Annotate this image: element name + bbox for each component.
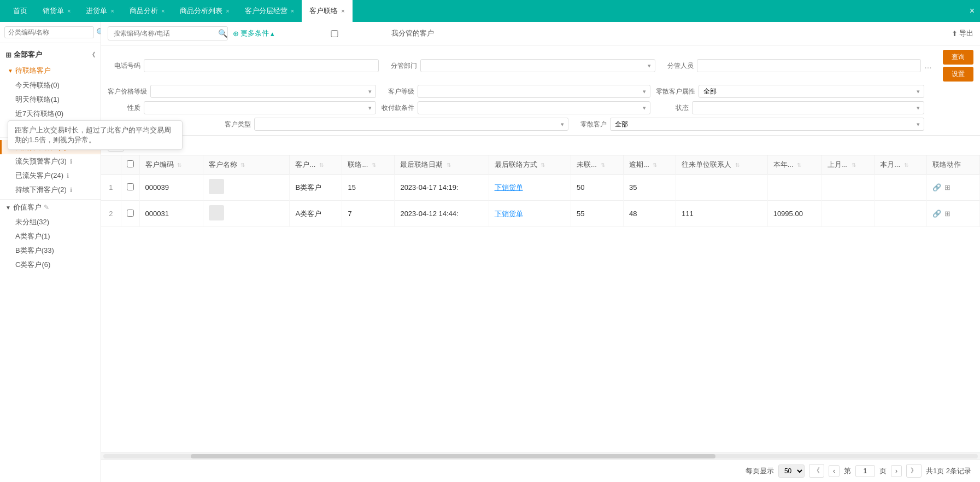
col-this-year[interactable]: 本年... ⇅ (767, 155, 822, 175)
sidebar-search-input[interactable] (4, 26, 94, 38)
col-code[interactable]: 客户编码 ⇅ (139, 155, 203, 175)
close-sales-tab[interactable]: × (67, 8, 71, 14)
search-button[interactable]: 🔍 (218, 29, 227, 38)
retail-attr-select[interactable]: 全部 (699, 85, 924, 98)
col-last-date[interactable]: 最后联络日期 ⇅ (395, 155, 489, 175)
first-page-button[interactable]: 《 (809, 464, 824, 478)
prev-page-button[interactable]: ‹ (829, 465, 840, 477)
sidebar-contact-group-header[interactable]: ▼ 待联络客户 (0, 63, 101, 78)
sidebar-item-today[interactable]: 今天待联络(0) (0, 78, 101, 92)
row-1-link-icon[interactable]: 🔗 (932, 183, 941, 191)
col-name[interactable]: 客户名称 ⇅ (203, 155, 290, 175)
price-grade-select[interactable] (150, 85, 376, 98)
row-1-avatar (209, 179, 224, 194)
retail-customer-select[interactable]: 全部 (610, 118, 924, 131)
table-row: 1 000039 B类客户 15 2023-04-17 14:19: (101, 175, 980, 201)
row-1-check[interactable] (127, 183, 134, 190)
sidebar-item-class-b[interactable]: B类客户(33) (0, 243, 101, 258)
close-all-tabs[interactable]: × (970, 6, 975, 16)
page-size-select[interactable]: 50 (778, 464, 805, 478)
status-select[interactable] (692, 101, 924, 114)
sidebar-item-churned[interactable]: 已流失客户(24) ℹ (0, 169, 101, 183)
my-customer-checkbox-label[interactable]: 我分管的客户 (280, 28, 434, 38)
col-contact[interactable]: 联络... ⇅ (342, 155, 395, 175)
row-1-checkbox[interactable] (121, 175, 139, 201)
row-2-last-method[interactable]: 下销货单 (489, 201, 571, 227)
export-button[interactable]: ⬆ 导出 (952, 28, 973, 38)
select-all-checkbox[interactable] (127, 160, 134, 167)
customer-grade-select[interactable] (418, 85, 650, 98)
row-1-grid-icon[interactable]: ⊞ (944, 183, 950, 191)
row-1-last-method-link[interactable]: 下销货单 (495, 183, 523, 191)
scrollbar-track[interactable] (103, 454, 978, 458)
nav-purchase[interactable]: 进货单 × (78, 0, 121, 22)
nav-product-analysis[interactable]: 商品分析 × (122, 0, 172, 22)
row-1-last-method[interactable]: 下销货单 (489, 175, 571, 201)
row-2-not-contact: 55 (571, 201, 624, 227)
price-grade-label: 客户价格等级 (108, 87, 147, 96)
settings-button[interactable]: 设置 (943, 67, 973, 82)
row-2-name (203, 201, 290, 227)
nav-customer-tier[interactable]: 客户分层经营 × (237, 0, 302, 22)
col-last-month[interactable]: 上月... ⇅ (822, 155, 875, 175)
my-customer-checkbox[interactable] (280, 30, 389, 37)
close-product-analysis-tab[interactable]: × (161, 8, 165, 14)
col-last-method[interactable]: 最后联络方式 ⇅ (489, 155, 571, 175)
row-2-check[interactable] (127, 210, 134, 217)
data-table[interactable]: 客户编码 ⇅ 客户名称 ⇅ 客户... ⇅ (101, 155, 980, 452)
nav-product-list[interactable]: 商品分析列表 × (172, 0, 237, 22)
query-button[interactable]: 查询 (943, 50, 973, 65)
sidebar-item-churn-warning[interactable]: 流失预警客户(3) ℹ (0, 154, 101, 169)
bottom-scrollbar[interactable] (101, 452, 980, 459)
triangle-icon-2: ▼ (5, 205, 11, 211)
scrollbar-thumb[interactable] (191, 454, 715, 458)
info-icon-1: ℹ (70, 158, 72, 165)
row-2-checkbox[interactable] (121, 201, 139, 227)
edit-icon[interactable]: ✎ (44, 204, 49, 211)
payment-select[interactable] (418, 101, 650, 114)
row-2-last-method-link[interactable]: 下销货单 (495, 210, 523, 218)
sidebar-item-class-a[interactable]: A类客户(1) (0, 229, 101, 243)
col-not-contact[interactable]: 未联... ⇅ (571, 155, 624, 175)
retail-attr-label: 零散客户属性 (656, 87, 695, 96)
sidebar-item-declining[interactable]: 持续下滑客户(2) ℹ (0, 183, 101, 197)
sidebar-item-class-c[interactable]: C类客户(6) (0, 258, 101, 272)
search-input[interactable] (108, 26, 228, 40)
col-this-month[interactable]: 本月... ⇅ (875, 155, 927, 175)
gender-select[interactable] (144, 101, 376, 114)
row-2-num: 2 (101, 201, 121, 227)
close-customer-contact-tab[interactable]: × (341, 8, 344, 14)
page-input[interactable] (855, 465, 875, 477)
nav-customer-contact[interactable]: 客户联络 × (302, 0, 352, 22)
row-2-grid-icon[interactable]: ⊞ (944, 210, 950, 218)
sort-overdue-icon: ⇅ (653, 162, 657, 168)
last-page-button[interactable]: 》 (906, 464, 922, 478)
close-purchase-tab[interactable]: × (110, 8, 114, 14)
dept-select[interactable] (420, 59, 655, 72)
close-product-list-tab[interactable]: × (226, 8, 229, 14)
sort-name-icon: ⇅ (240, 162, 245, 168)
col-last-date-label: 最后联络日期 (400, 160, 443, 169)
sidebar-item-7days[interactable]: 近7天待联络(0) (0, 107, 101, 121)
more-filter-button[interactable]: ⊕ 更多条件 ▴ (233, 28, 274, 38)
nav-sales[interactable]: 销货单 × (35, 0, 78, 22)
customer-type-select[interactable] (254, 118, 568, 131)
per-page-label: 每页显示 (746, 466, 774, 476)
phone-input[interactable] (144, 59, 379, 72)
person-ellipsis-button[interactable]: … (924, 61, 932, 70)
col-type[interactable]: 客户... ⇅ (290, 155, 342, 175)
sidebar-item-tomorrow[interactable]: 明天待联络(1) (0, 92, 101, 107)
row-2-link-icon[interactable]: 🔗 (932, 210, 941, 218)
sidebar-all-customers[interactable]: ⊞ 全部客户 《 (0, 47, 101, 63)
nav-home[interactable]: 首页 (5, 0, 35, 22)
col-contact-person[interactable]: 往来单位联系人 ⇅ (676, 155, 767, 175)
sidebar-search-button[interactable]: 🔍 (96, 28, 101, 37)
col-overdue[interactable]: 逾期... ⇅ (624, 155, 676, 175)
close-customer-tier-tab[interactable]: × (291, 8, 294, 14)
sidebar-item-ungrouped[interactable]: 未分组(32) (0, 215, 101, 229)
person-input[interactable] (697, 59, 921, 72)
next-page-button[interactable]: › (891, 465, 902, 477)
row-1-this-year (767, 175, 822, 201)
export-icon: ⬆ (952, 30, 958, 38)
sidebar-value-group-header[interactable]: ▼ 价值客户 ✎ (0, 199, 101, 215)
